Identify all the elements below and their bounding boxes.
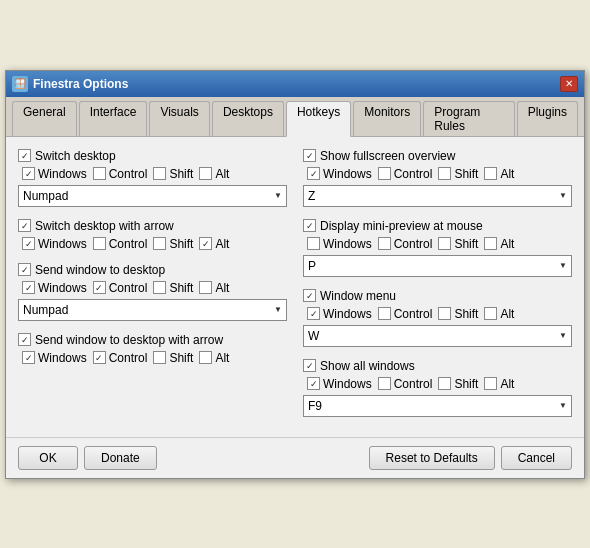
dmp-control-cb[interactable] [378, 237, 391, 250]
switch-desktop-mod-control: Control [93, 167, 148, 181]
tab-general[interactable]: General [12, 101, 77, 136]
sda-windows-cb[interactable] [22, 237, 35, 250]
wm-windows-label: Windows [323, 307, 372, 321]
swda-control-cb[interactable] [93, 351, 106, 364]
close-button[interactable]: ✕ [560, 76, 578, 92]
tab-visuals[interactable]: Visuals [149, 101, 209, 136]
swda-shift-cb[interactable] [153, 351, 166, 364]
window-menu-checkbox[interactable] [303, 289, 316, 302]
sda-windows-label: Windows [38, 237, 87, 251]
wm-mod-shift: Shift [438, 307, 478, 321]
show-all-windows-dropdown[interactable]: F9 ▼ [303, 395, 572, 417]
swda-mod-windows: Windows [22, 351, 87, 365]
ok-button[interactable]: OK [18, 446, 78, 470]
tab-hotkeys[interactable]: Hotkeys [286, 101, 351, 137]
display-mini-preview-dropdown[interactable]: P ▼ [303, 255, 572, 277]
swda-windows-cb[interactable] [22, 351, 35, 364]
dmp-mod-control: Control [378, 237, 433, 251]
switch-desktop-shift-cb[interactable] [153, 167, 166, 180]
sf-mod-windows: Windows [307, 167, 372, 181]
tab-program-rules[interactable]: Program Rules [423, 101, 514, 136]
tab-desktops[interactable]: Desktops [212, 101, 284, 136]
send-window-desktop-dropdown[interactable]: Numpad ▼ [18, 299, 287, 321]
saw-alt-cb[interactable] [484, 377, 497, 390]
saw-mod-shift: Shift [438, 377, 478, 391]
dmp-shift-cb[interactable] [438, 237, 451, 250]
switch-desktop-arrow-modifiers: Windows Control Shift Alt [22, 237, 287, 251]
window-title: Finestra Options [33, 77, 128, 91]
wm-alt-label: Alt [500, 307, 514, 321]
swda-control-label: Control [109, 351, 148, 365]
sf-windows-cb[interactable] [307, 167, 320, 180]
sda-control-cb[interactable] [93, 237, 106, 250]
dmp-windows-label: Windows [323, 237, 372, 251]
switch-desktop-windows-cb[interactable] [22, 167, 35, 180]
saw-shift-cb[interactable] [438, 377, 451, 390]
saw-mod-control: Control [378, 377, 433, 391]
show-fullscreen-checkbox[interactable] [303, 149, 316, 162]
footer-right-buttons: Reset to Defaults Cancel [369, 446, 572, 470]
donate-button[interactable]: Donate [84, 446, 157, 470]
swda-alt-cb[interactable] [199, 351, 212, 364]
tab-monitors[interactable]: Monitors [353, 101, 421, 136]
switch-desktop-alt-cb[interactable] [199, 167, 212, 180]
sda-shift-cb[interactable] [153, 237, 166, 250]
switch-desktop-checkbox[interactable] [18, 149, 31, 162]
wm-alt-cb[interactable] [484, 307, 497, 320]
switch-desktop-mod-shift: Shift [153, 167, 193, 181]
sf-mod-control: Control [378, 167, 433, 181]
wm-shift-cb[interactable] [438, 307, 451, 320]
hotkeys-columns: Switch desktop Windows Control [18, 149, 572, 417]
display-mini-preview-dropdown-value: P [308, 259, 316, 273]
sf-control-label: Control [394, 167, 433, 181]
window-menu-dropdown-arrow: ▼ [559, 331, 567, 340]
reset-to-defaults-button[interactable]: Reset to Defaults [369, 446, 495, 470]
window-menu-modifiers: Windows Control Shift Alt [307, 307, 572, 321]
display-mini-preview-checkbox[interactable] [303, 219, 316, 232]
switch-desktop-dropdown[interactable]: Numpad ▼ [18, 185, 287, 207]
show-all-windows-checkbox[interactable] [303, 359, 316, 372]
wm-mod-alt: Alt [484, 307, 514, 321]
swd-shift-cb[interactable] [153, 281, 166, 294]
footer: OK Donate Reset to Defaults Cancel [6, 437, 584, 478]
swda-mod-alt: Alt [199, 351, 229, 365]
tab-plugins[interactable]: Plugins [517, 101, 578, 136]
sf-alt-cb[interactable] [484, 167, 497, 180]
section-window-menu: Window menu Windows Control [303, 289, 572, 347]
swda-modifiers: Windows Control Shift Alt [22, 351, 287, 365]
dmp-windows-cb[interactable] [307, 237, 320, 250]
send-window-desktop-arrow-checkbox[interactable] [18, 333, 31, 346]
dmp-alt-cb[interactable] [484, 237, 497, 250]
cancel-button[interactable]: Cancel [501, 446, 572, 470]
switch-desktop-control-cb[interactable] [93, 167, 106, 180]
swd-windows-cb[interactable] [22, 281, 35, 294]
switch-desktop-alt-label: Alt [215, 167, 229, 181]
sda-alt-cb[interactable] [199, 237, 212, 250]
dmp-mod-alt: Alt [484, 237, 514, 251]
display-mini-preview-label: Display mini-preview at mouse [320, 219, 483, 233]
left-column: Switch desktop Windows Control [18, 149, 287, 417]
sda-shift-label: Shift [169, 237, 193, 251]
tab-bar: General Interface Visuals Desktops Hotke… [6, 97, 584, 137]
wm-windows-cb[interactable] [307, 307, 320, 320]
tab-interface[interactable]: Interface [79, 101, 148, 136]
sf-shift-cb[interactable] [438, 167, 451, 180]
sf-windows-label: Windows [323, 167, 372, 181]
wm-control-cb[interactable] [378, 307, 391, 320]
swd-alt-label: Alt [215, 281, 229, 295]
switch-desktop-arrow-checkbox[interactable] [18, 219, 31, 232]
swd-alt-cb[interactable] [199, 281, 212, 294]
send-window-desktop-checkbox[interactable] [18, 263, 31, 276]
saw-windows-cb[interactable] [307, 377, 320, 390]
section-show-all-windows: Show all windows Windows Control [303, 359, 572, 417]
section-switch-desktop: Switch desktop Windows Control [18, 149, 287, 207]
sf-control-cb[interactable] [378, 167, 391, 180]
swd-mod-shift: Shift [153, 281, 193, 295]
window-menu-dropdown[interactable]: W ▼ [303, 325, 572, 347]
titlebar: 🪟 Finestra Options ✕ [6, 71, 584, 97]
switch-desktop-arrow-title: Switch desktop with arrow [18, 219, 287, 233]
show-fullscreen-dropdown[interactable]: Z ▼ [303, 185, 572, 207]
main-window: 🪟 Finestra Options ✕ General Interface V… [5, 70, 585, 479]
saw-control-cb[interactable] [378, 377, 391, 390]
swd-control-cb[interactable] [93, 281, 106, 294]
